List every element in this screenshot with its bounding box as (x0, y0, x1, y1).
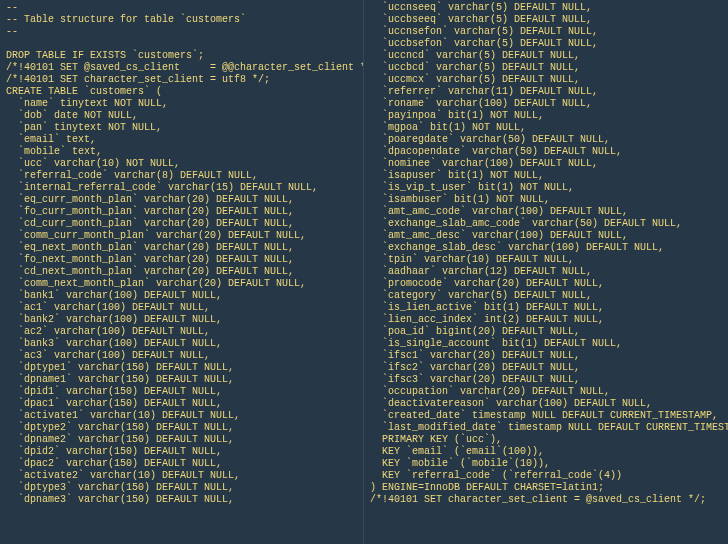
sql-editor-right-column[interactable]: `uccnseeq` varchar(5) DEFAULT NULL, `ucc… (364, 0, 728, 544)
sql-code-right: `uccnseeq` varchar(5) DEFAULT NULL, `ucc… (370, 2, 728, 505)
sql-editor-left-column[interactable]: -- -- Table structure for table `custome… (0, 0, 364, 544)
sql-code-left: -- -- Table structure for table `custome… (6, 2, 364, 505)
